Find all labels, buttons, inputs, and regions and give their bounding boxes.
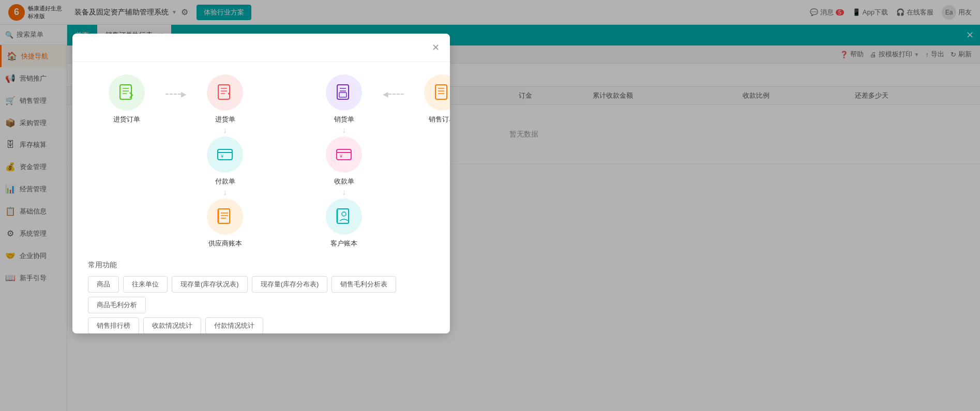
v-arrow-payment: ↓	[223, 188, 227, 197]
flow-sales-bill[interactable]: 销货单	[326, 74, 362, 124]
svg-text:¥: ¥	[220, 154, 224, 159]
sales-bill-icon	[326, 74, 362, 111]
supplier-ledger-icon	[207, 199, 243, 235]
purchase-order-icon	[109, 74, 145, 111]
flow-purchase-order[interactable]: 进货订单	[109, 74, 145, 124]
svg-rect-11	[339, 93, 346, 97]
popup-overlay[interactable]: ✕ 进货订单 ▶	[0, 0, 980, 411]
cf-btn-sales-profit[interactable]: 销售毛利分析表	[331, 276, 396, 293]
cf-btn-payment-stats[interactable]: 付款情况统计	[205, 317, 263, 333]
v-arrow-purchase: ↓	[223, 126, 227, 135]
cf-buttons-row2: 销售排行榜 收款情况统计 付款情况统计	[88, 317, 434, 333]
flow-sales-order[interactable]: 销售订单	[424, 74, 450, 124]
purchase-bill-label: 进货单	[215, 115, 235, 124]
cf-btn-stock-status[interactable]: 现存量(库存状况表)	[172, 276, 248, 293]
sales-order-label: 销售订单	[429, 115, 450, 124]
arrow-order-to-bill: ◀	[383, 90, 404, 98]
svg-rect-22	[218, 209, 230, 223]
cf-btn-goods-profit[interactable]: 商品毛利分析	[88, 297, 146, 313]
popup-close-btn[interactable]: ✕	[432, 42, 440, 53]
cf-btn-partners[interactable]: 往来单位	[123, 276, 168, 293]
popup-header: ✕	[72, 34, 450, 62]
flow-payment[interactable]: ¥ 付款单	[207, 136, 243, 186]
cf-title: 常用功能	[88, 261, 434, 270]
purchase-bill-icon	[207, 74, 243, 111]
purchase-order-label: 进货订单	[113, 115, 140, 124]
common-functions: 常用功能 商品 往来单位 现存量(库存状况表) 现存量(库存分布表) 销售毛利分…	[88, 261, 434, 333]
flow-chart: 进货订单 ▶ 进货单	[88, 74, 434, 248]
flow-receipt[interactable]: ¥ 收款单	[326, 136, 362, 186]
flow-purchase-bill[interactable]: 进货单	[207, 74, 243, 124]
popup-content: 进货订单 ▶ 进货单	[72, 62, 450, 333]
svg-rect-19	[337, 149, 351, 160]
customer-ledger-icon	[326, 199, 362, 235]
cf-btn-goods[interactable]: 商品	[88, 276, 119, 293]
cf-btn-receipt-stats[interactable]: 收款情况统计	[143, 317, 201, 333]
v-arrow-receipt: ↓	[342, 188, 346, 197]
v-arrow-sales: ↓	[342, 126, 346, 135]
svg-rect-28	[336, 210, 338, 222]
flow-supplier-ledger[interactable]: 供应商账本	[207, 199, 243, 248]
payment-label: 付款单	[215, 177, 235, 186]
svg-text:¥: ¥	[339, 154, 343, 159]
svg-rect-0	[120, 85, 131, 99]
cf-btn-stock-dist[interactable]: 现存量(库存分布表)	[252, 276, 328, 293]
arrow-purchase-to-bill: ▶	[165, 90, 187, 98]
sales-order-icon	[424, 74, 450, 111]
popup: ✕ 进货订单 ▶	[72, 34, 450, 333]
supplier-ledger-label: 供应商账本	[208, 239, 242, 248]
receipt-label: 收款单	[334, 177, 354, 186]
svg-rect-4	[218, 85, 230, 99]
sales-bill-label: 销货单	[334, 115, 354, 124]
svg-rect-16	[218, 149, 232, 160]
svg-rect-23	[217, 210, 219, 222]
receipt-icon: ¥	[326, 136, 362, 173]
cf-btn-sales-rank[interactable]: 销售排行榜	[88, 317, 139, 333]
svg-rect-12	[435, 85, 447, 99]
customer-ledger-label: 客户账本	[330, 239, 357, 248]
flow-customer-ledger[interactable]: 客户账本	[326, 199, 362, 248]
cf-buttons: 商品 往来单位 现存量(库存状况表) 现存量(库存分布表) 销售毛利分析表 商品…	[88, 276, 434, 313]
payment-icon: ¥	[207, 136, 243, 173]
svg-point-29	[342, 212, 346, 216]
